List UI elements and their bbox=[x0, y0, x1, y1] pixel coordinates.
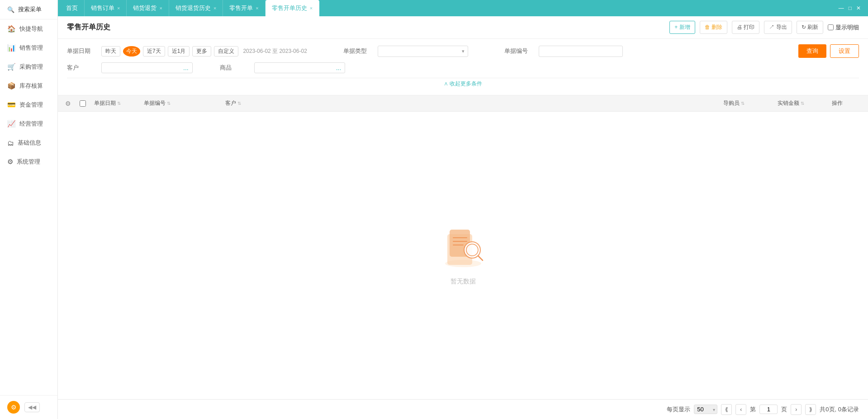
th-guide[interactable]: 导购员 ⇅ bbox=[720, 99, 774, 107]
tab-sales-order[interactable]: 销售订单 × bbox=[85, 0, 127, 16]
date-btn-1month[interactable]: 近1月 bbox=[168, 46, 190, 56]
sidebar-item-sales-mgmt[interactable]: 📊 销售管理 bbox=[0, 38, 57, 57]
th-amount[interactable]: 实销金额 ⇅ bbox=[774, 99, 828, 107]
first-page-button[interactable]: ⟪ bbox=[721, 404, 732, 415]
prev-page-button[interactable]: ‹ bbox=[735, 404, 746, 415]
tab-sales-order-label: 销售订单 bbox=[91, 4, 114, 12]
print-button[interactable]: 🖨 打印 bbox=[732, 21, 759, 34]
gear-icon: ⚙ bbox=[7, 158, 13, 166]
query-button[interactable]: 查询 bbox=[798, 44, 826, 58]
goods-input[interactable] bbox=[258, 65, 334, 71]
settings-button[interactable]: 设置 bbox=[830, 44, 859, 58]
search-icon: 🔍 bbox=[7, 6, 14, 13]
date-btn-today[interactable]: 今天 bbox=[123, 46, 140, 56]
add-button[interactable]: + 新增 bbox=[669, 21, 695, 34]
sidebar-item-inventory[interactable]: 📦 库存核算 bbox=[0, 76, 57, 95]
customer-ellipsis-btn[interactable]: ... bbox=[183, 64, 189, 71]
th-checkbox-cell[interactable] bbox=[76, 100, 90, 107]
sidebar-search[interactable]: 🔍 搜索采单 bbox=[0, 0, 57, 19]
sort-guide-icon[interactable]: ⇅ bbox=[741, 101, 745, 106]
sidebar-item-label: 经营管理 bbox=[19, 120, 43, 128]
empty-text: 暂无数据 bbox=[451, 278, 476, 286]
table-gear-icon[interactable]: ⚙ bbox=[65, 100, 71, 107]
customer-input-wrap[interactable]: ... bbox=[101, 62, 193, 73]
settings-gear-button[interactable]: ⚙ bbox=[7, 401, 20, 414]
sidebar-item-label: 库存核算 bbox=[19, 82, 43, 90]
sidebar-bottom: ⚙ ◀◀ bbox=[0, 395, 57, 419]
per-page-select[interactable]: 50 100 200 bbox=[694, 405, 717, 414]
tab-retail-open-close[interactable]: × bbox=[256, 5, 258, 11]
tab-sales-return[interactable]: 销货退货 × bbox=[127, 0, 169, 16]
th-gear[interactable]: ⚙ bbox=[62, 100, 76, 107]
sidebar-item-finance[interactable]: 💳 资金管理 bbox=[0, 95, 57, 114]
minimize-button[interactable]: — bbox=[839, 5, 844, 11]
sidebar-item-basic-info[interactable]: 🗂 基础信息 bbox=[0, 133, 57, 152]
bill-no-label: 单据编号 bbox=[504, 47, 530, 55]
restore-button[interactable]: □ bbox=[849, 5, 852, 11]
main-area: 首页 销售订单 × 销货退货 × 销货退货历史 × 零售开单 × 零售开单历史 … bbox=[58, 0, 868, 419]
current-page-input[interactable] bbox=[759, 405, 778, 414]
th-customer[interactable]: 客户 ⇅ bbox=[222, 99, 720, 107]
sidebar-item-label: 资金管理 bbox=[19, 101, 43, 109]
bill-no-input[interactable] bbox=[539, 46, 623, 57]
table-header: ⚙ 单据日期 ⇅ 单据编号 ⇅ 客户 ⇅ 导购员 bbox=[58, 95, 868, 112]
sidebar-item-sys-mgmt[interactable]: ⚙ 系统管理 bbox=[0, 152, 57, 171]
page-header: 零售开单历史 + 新增 🗑 删除 🖨 打印 ↗ 导出 ↻ 刷新 显示明细 bbox=[58, 16, 868, 39]
th-billno[interactable]: 单据编号 ⇅ bbox=[140, 99, 222, 107]
content: 零售开单历史 + 新增 🗑 删除 🖨 打印 ↗ 导出 ↻ 刷新 显示明细 单据日… bbox=[58, 16, 868, 419]
sidebar-item-operations[interactable]: 📈 经营管理 bbox=[0, 114, 57, 133]
last-page-button[interactable]: ⟫ bbox=[805, 404, 816, 415]
tab-sales-return-history-close[interactable]: × bbox=[213, 5, 216, 11]
filter-row-2: 客户 ... 商品 ... bbox=[67, 62, 859, 73]
tab-retail-history[interactable]: 零售开单历史 × bbox=[266, 0, 319, 16]
tab-sales-order-close[interactable]: × bbox=[117, 5, 120, 11]
tab-sales-return-close[interactable]: × bbox=[159, 5, 162, 11]
sort-customer-icon[interactable]: ⇅ bbox=[237, 101, 241, 106]
display-detail-checkbox[interactable] bbox=[828, 24, 834, 30]
th-customer-label: 客户 bbox=[225, 99, 236, 107]
tab-retail-history-label: 零售开单历史 bbox=[272, 4, 307, 12]
delete-button[interactable]: 🗑 删除 bbox=[700, 21, 727, 34]
bill-type-select[interactable] bbox=[378, 46, 468, 57]
sidebar-item-purchase-mgmt[interactable]: 🛒 采购管理 bbox=[0, 57, 57, 76]
topnav-window-controls: — □ ✕ bbox=[839, 5, 866, 11]
sidebar-item-label: 采购管理 bbox=[19, 63, 43, 71]
page-label: 第 bbox=[750, 405, 756, 414]
per-page-select-wrap: 50 100 200 ▾ bbox=[694, 405, 717, 414]
goods-filter-label: 商品 bbox=[220, 64, 245, 72]
display-detail-checkbox-wrap[interactable]: 显示明细 bbox=[828, 24, 859, 32]
export-button[interactable]: ↗ 导出 bbox=[764, 21, 792, 34]
th-action-label: 操作 bbox=[832, 99, 843, 107]
date-btn-custom[interactable]: 自定义 bbox=[214, 46, 238, 56]
table-area: ⚙ 单据日期 ⇅ 单据编号 ⇅ 客户 ⇅ 导购员 bbox=[58, 95, 868, 399]
pagination: 每页显示 50 100 200 ▾ ⟪ ‹ 第 页 › ⟫ 共0页, 0条记录 bbox=[58, 399, 868, 419]
tab-retail-history-close[interactable]: × bbox=[310, 5, 313, 11]
tab-retail-open[interactable]: 零售开单 × bbox=[223, 0, 265, 16]
page-title: 零售开单历史 bbox=[67, 23, 110, 32]
th-date[interactable]: 单据日期 ⇅ bbox=[90, 99, 140, 107]
collapse-more-btn[interactable]: ∧ 收起更多条件 bbox=[67, 78, 859, 89]
select-all-checkbox[interactable] bbox=[80, 100, 86, 107]
date-buttons: 昨天 今天 近7天 近1月 更多 自定义 2023-06-02 至 2023-0… bbox=[101, 46, 307, 56]
sort-date-icon[interactable]: ⇅ bbox=[117, 101, 121, 106]
date-btn-7days[interactable]: 近7天 bbox=[143, 46, 165, 56]
customer-input[interactable] bbox=[105, 65, 181, 71]
refresh-button[interactable]: ↻ 刷新 bbox=[797, 21, 823, 34]
date-btn-more[interactable]: 更多 bbox=[192, 46, 211, 56]
sort-billno-icon[interactable]: ⇅ bbox=[167, 101, 171, 106]
next-page-button[interactable]: › bbox=[791, 404, 802, 415]
close-window-button[interactable]: ✕ bbox=[856, 5, 861, 11]
th-billno-label: 单据编号 bbox=[144, 99, 166, 107]
tab-sales-return-history[interactable]: 销货退货历史 × bbox=[169, 0, 223, 16]
goods-input-wrap[interactable]: ... bbox=[254, 62, 346, 73]
goods-ellipsis-btn[interactable]: ... bbox=[336, 64, 342, 71]
tab-sales-return-history-label: 销货退货历史 bbox=[175, 4, 211, 12]
cart-icon: 🛒 bbox=[7, 63, 16, 71]
sidebar-collapse-button[interactable]: ◀◀ bbox=[24, 402, 40, 412]
customer-filter-label: 客户 bbox=[67, 64, 92, 72]
tab-home[interactable]: 首页 bbox=[60, 0, 85, 16]
sidebar-item-label: 基础信息 bbox=[18, 139, 41, 147]
sidebar-item-quick-nav[interactable]: 🏠 快捷导航 bbox=[0, 19, 57, 38]
sort-amount-icon[interactable]: ⇅ bbox=[801, 101, 804, 106]
date-btn-yesterday[interactable]: 昨天 bbox=[101, 46, 120, 56]
